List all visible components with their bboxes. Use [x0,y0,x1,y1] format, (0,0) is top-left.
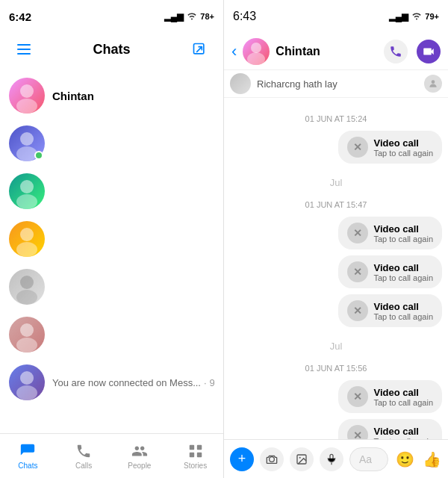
header-actions [384,40,441,63]
back-button[interactable]: ‹ [231,42,237,61]
input-bar: + Aa 🙂 👍 [224,439,448,478]
camera-button[interactable] [260,447,284,471]
message-input[interactable]: Aa [349,447,388,471]
menu-button[interactable] [12,37,36,61]
prev-chat-strip: Richarcng hath lay [224,70,448,98]
prev-avatar [230,73,251,94]
chats-nav-icon [19,442,37,460]
signal-icon: ▂▄▆ [164,11,184,22]
right-panel: 6:43 ▂▄▆ 79+ ‹ Chintan Rich [224,0,448,478]
call-sub: Tap to call again [374,149,434,158]
nav-chats-label: Chats [18,462,37,470]
video-call-bubble[interactable]: ✕ Video call Tap to call again [338,419,443,439]
avatar-wrapper [9,125,45,161]
nav-chats[interactable]: Chats [0,438,56,474]
prev-chat-avatar [424,75,442,93]
battery-icon: 79+ [425,12,439,21]
call-title: Video call [374,262,434,273]
list-item[interactable] [0,167,223,215]
chat-preview: You are now connected on Mess... · 9 Jun [52,377,214,388]
nav-stories-label: Stories [184,462,207,470]
nav-stories[interactable]: Stories [167,438,223,474]
message-bubble: ✕ Video call Tap to call again [230,255,442,288]
video-call-bubble[interactable]: ✕ Video call Tap to call again [338,131,443,164]
chat-date: 9 Jun [210,377,214,388]
call-title: Video call [374,387,434,398]
svg-point-9 [20,276,34,289]
avatar [9,269,45,305]
svg-point-12 [16,338,37,353]
video-call-bubble[interactable]: ✕ Video call Tap to call again [338,217,443,249]
list-item[interactable]: Chintan [0,72,223,120]
right-header: ‹ Chintan [224,33,448,70]
svg-point-10 [16,290,37,305]
video-call-bubble[interactable]: ✕ Video call Tap to call again [338,255,443,288]
avatar-wrapper [9,78,45,114]
photo-button[interactable] [290,447,314,471]
voice-call-button[interactable] [384,40,408,63]
nav-calls-label: Calls [75,462,92,470]
list-item[interactable] [0,263,223,311]
svg-rect-18 [196,453,201,457]
svg-point-21 [432,80,435,84]
svg-point-5 [20,180,34,193]
message-bubble: ✕ Video call Tap to call again [230,380,442,413]
add-button[interactable]: + [230,447,254,471]
left-panel: 6:42 ▂▄▆ 78+ Chats [0,0,224,478]
chat-info: Chintan [52,90,214,102]
missed-call-icon: ✕ [347,261,368,282]
left-header: Chats [0,33,223,66]
missed-call-icon: ✕ [347,223,368,243]
svg-point-14 [16,385,37,400]
svg-point-11 [20,323,34,337]
chat-info: You are now connected on Mess... · 9 Jun [52,377,214,388]
messages-area: 01 JUN AT 15:24 ✕ Video call Tap to call… [224,101,448,439]
compose-button[interactable] [187,37,211,61]
chat-name: Chintan [52,90,214,102]
right-status-bar: 6:43 ▂▄▆ 79+ [224,0,448,33]
video-call-button[interactable] [417,40,441,63]
svg-point-20 [247,52,265,65]
svg-point-1 [20,84,34,98]
svg-point-19 [251,43,261,53]
nav-people-label: People [128,462,151,470]
chats-title: Chats [93,42,130,58]
wifi-icon [411,11,422,22]
svg-point-3 [20,132,34,146]
bubble-text: Video call Tap to call again [374,262,434,282]
avatar [9,78,45,114]
call-sub: Tap to call again [374,312,434,321]
date-label: 01 JUN AT 15:47 [230,200,442,209]
battery-icon: 78+ [200,12,214,21]
list-item[interactable] [0,311,223,358]
wifi-icon [187,11,197,22]
call-sub: Tap to call again [374,398,434,407]
missed-call-icon: ✕ [347,137,368,158]
list-item[interactable]: You are now connected on Mess... · 9 Jun [0,358,223,406]
missed-call-icon: ✕ [347,386,368,407]
missed-call-icon: ✕ [347,425,368,439]
bubble-text: Video call Tap to call again [374,387,434,407]
preview-text: You are now connected on Mess... [52,377,201,388]
call-sub: Tap to call again [374,235,434,243]
bubble-text: Video call Tap to call again [374,426,434,440]
avatar [9,221,45,257]
list-item[interactable] [0,120,223,167]
list-item[interactable] [0,215,223,263]
video-call-bubble[interactable]: ✕ Video call Tap to call again [338,294,443,327]
calls-nav-icon [75,442,93,460]
nav-people[interactable]: People [112,438,168,474]
svg-point-24 [299,456,301,458]
svg-point-6 [16,194,37,209]
thumbs-up-button[interactable]: 👍 [421,449,442,470]
message-bubble: ✕ Video call Tap to call again [230,419,442,439]
left-status-bar: 6:42 ▂▄▆ 78+ [0,0,223,33]
avatar-wrapper [9,173,45,209]
bubble-text: Video call Tap to call again [374,137,434,158]
input-placeholder: Aa [359,453,372,465]
nav-calls[interactable]: Calls [56,438,112,474]
video-call-bubble[interactable]: ✕ Video call Tap to call again [338,380,443,413]
bubble-text: Video call Tap to call again [374,223,434,243]
emoji-button[interactable]: 🙂 [394,449,415,470]
mic-button[interactable] [320,447,343,471]
